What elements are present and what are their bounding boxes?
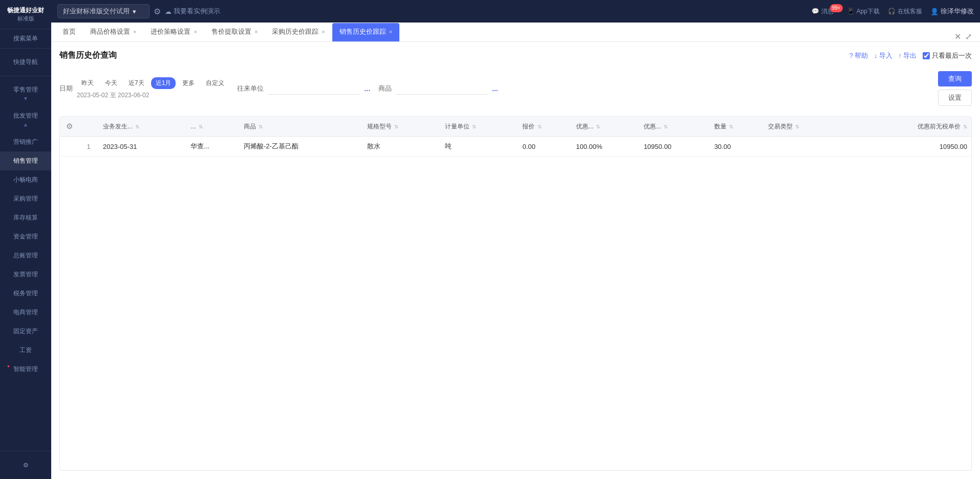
- only-last-checkbox[interactable]: [923, 52, 930, 59]
- col-qty[interactable]: 数量 ⇅: [710, 117, 764, 137]
- date-btn-custom[interactable]: 自定义: [201, 77, 229, 89]
- topbar-service-label: 在线客服: [898, 7, 922, 16]
- sidebar-quick-nav: 快捷导航: [0, 49, 51, 76]
- export-label: 导出: [903, 51, 917, 60]
- sidebar-item-intelligent[interactable]: ● 智能管理: [0, 360, 51, 379]
- topbar-user-menu[interactable]: 👤 徐泽华修改: [930, 7, 974, 16]
- query-btn[interactable]: 查询: [938, 71, 972, 86]
- col-price[interactable]: 报价 ⇅: [518, 117, 572, 137]
- sidebar-item-salary[interactable]: 工资: [0, 341, 51, 360]
- sidebar-settings-icon[interactable]: ⚙: [0, 456, 51, 474]
- col-index: [78, 117, 99, 137]
- sidebar-item-retail[interactable]: 零售管理 ▼: [0, 80, 51, 106]
- row-unit-cell: 吨: [441, 137, 519, 157]
- table-gear-icon[interactable]: ⚙: [66, 122, 73, 130]
- window-close-btn[interactable]: ✕: [954, 32, 961, 41]
- tab-purchase-history[interactable]: 采购历史价跟踪 ×: [265, 23, 332, 41]
- topbar-app-download-btn[interactable]: 📱 App下载: [847, 7, 880, 16]
- tab-sale-history[interactable]: 销售历史价跟踪 ×: [332, 23, 399, 41]
- goods-filter-group: 商品 ...: [378, 82, 498, 95]
- col-goods[interactable]: 商品 ⇅: [240, 117, 363, 137]
- goods-input[interactable]: [396, 82, 488, 95]
- sidebar-item-purchase[interactable]: 采购管理: [0, 189, 51, 208]
- only-last-checkbox-label[interactable]: 只看最后一次: [923, 51, 972, 60]
- import-btn[interactable]: ↓ 导入: [874, 51, 892, 60]
- row-biz-date-cell: 2023-05-31: [99, 137, 186, 157]
- topbar-service-btn[interactable]: 🎧 在线客服: [888, 7, 922, 16]
- setting-btn[interactable]: 设置: [938, 90, 972, 106]
- date-btn-yesterday[interactable]: 昨天: [77, 77, 98, 89]
- sidebar-item-marketing[interactable]: 营销推广: [0, 133, 51, 151]
- sidebar-item-inventory[interactable]: 库存核算: [0, 208, 51, 227]
- header-actions: ? 帮助 ↓ 导入 ↑ 导出 只看最后一次: [849, 51, 972, 60]
- user-avatar-icon: 👤: [930, 8, 939, 15]
- topbar-edition-select[interactable]: 好业财标准版交付试用 ▾: [57, 4, 150, 18]
- tab-purchase-strategy[interactable]: 进价策略设置 ×: [143, 23, 204, 41]
- col-goods-label: 商品: [244, 123, 256, 130]
- col-unit-label: 计量单位: [445, 123, 470, 130]
- col-extra[interactable]: ... ⇅: [186, 117, 240, 137]
- sidebar-item-invoice[interactable]: 发票管理: [0, 265, 51, 284]
- tab-purchase-history-close[interactable]: ×: [322, 29, 325, 35]
- tab-sale-extract[interactable]: 售价提取设置 ×: [204, 23, 265, 41]
- app-logo-text: 畅捷通好业财: [4, 6, 47, 15]
- window-maximize-btn[interactable]: ⤢: [965, 32, 972, 41]
- help-label: 帮助: [855, 51, 868, 60]
- export-btn[interactable]: ↑ 导出: [899, 51, 917, 60]
- customer-filter-group: 往来单位 ...: [237, 82, 370, 95]
- col-spec[interactable]: 规格型号 ⇅: [363, 117, 441, 137]
- customer-input[interactable]: [268, 82, 360, 95]
- tab-price-close[interactable]: ×: [133, 29, 136, 35]
- col-trade-type[interactable]: 交易类型 ⇅: [764, 117, 842, 137]
- topbar-user-label: 徐泽华修改: [941, 7, 974, 16]
- col-biz-date[interactable]: 业务发生... ⇅: [99, 117, 186, 137]
- col-trade-type-label: 交易类型: [768, 123, 793, 130]
- col-pretax-price[interactable]: 优惠前无税单价 ⇅: [858, 117, 971, 137]
- sort-icon-trade-type: ⇅: [795, 124, 799, 129]
- goods-filter-label: 商品: [378, 84, 392, 93]
- sidebar-item-sales[interactable]: 销售管理: [0, 151, 51, 170]
- mobile-icon: 📱: [847, 8, 855, 15]
- tabbar: 首页 商品价格设置 × 进价策略设置 × 售价提取设置 × 采购历史价跟踪 × …: [51, 23, 980, 42]
- topbar-demo-link[interactable]: ☁ 我要看实例演示: [165, 7, 220, 16]
- tab-price[interactable]: 商品价格设置 ×: [83, 23, 143, 41]
- sidebar-item-tax[interactable]: 税务管理: [0, 284, 51, 303]
- col-discount-pct[interactable]: 优惠... ⇅: [572, 117, 640, 137]
- topbar-setting-icon[interactable]: ⚙: [154, 7, 161, 16]
- help-btn[interactable]: ? 帮助: [849, 51, 868, 60]
- date-btn-more[interactable]: 更多: [178, 77, 199, 89]
- sidebar-item-wholesale[interactable]: 批发管理 ▲: [0, 106, 51, 133]
- table-body: 1 2023-05-31 华查... 丙烯酸-2-乙基己酯 散水 吨 0.00 …: [60, 137, 971, 157]
- col-unit[interactable]: 计量单位 ⇅: [441, 117, 519, 137]
- tab-sale-extract-close[interactable]: ×: [254, 29, 258, 35]
- tab-sale-extract-label: 售价提取设置: [211, 27, 251, 36]
- content-header: 销售历史价查询 ? 帮助 ↓ 导入 ↑ 导出 只看最后一次: [59, 50, 972, 61]
- sidebar-item-ecom-xiao[interactable]: 小畅电商: [0, 170, 51, 189]
- col-price-label: 报价: [522, 123, 535, 130]
- tab-sale-history-close[interactable]: ×: [389, 29, 392, 35]
- tab-purchase-strategy-close[interactable]: ×: [194, 29, 197, 35]
- date-btn-last7[interactable]: 近7天: [124, 77, 149, 89]
- sort-icon-pretax-price: ⇅: [963, 124, 967, 129]
- col-discount-amt-label: 优惠...: [644, 123, 661, 130]
- sidebar-item-ecom[interactable]: 电商管理: [0, 303, 51, 322]
- topbar-message-btn[interactable]: 💬 消息 99+: [812, 7, 839, 16]
- sidebar-item-quick-nav[interactable]: 快捷导航: [0, 53, 51, 72]
- export-icon: ↑: [899, 52, 902, 59]
- row-index-cell: 1: [78, 137, 99, 157]
- sidebar-item-assets[interactable]: 固定资产: [0, 322, 51, 341]
- goods-ellipsis-btn[interactable]: ...: [492, 84, 498, 93]
- row-qty-cell: 30.00: [710, 137, 764, 157]
- sort-icon-price: ⇅: [538, 124, 542, 129]
- date-btn-last1m[interactable]: 近1月: [151, 77, 176, 89]
- sidebar-item-finance[interactable]: 资金管理: [0, 227, 51, 246]
- sidebar-search[interactable]: 搜索菜单: [0, 29, 51, 49]
- col-discount-amt[interactable]: 优惠... ⇅: [640, 117, 710, 137]
- date-btn-today[interactable]: 今天: [100, 77, 122, 89]
- topbar-edition-text: 好业财标准版交付试用: [63, 7, 130, 16]
- row-spacer-cell: [841, 137, 857, 157]
- row-extra-cell: 华查...: [186, 137, 240, 157]
- customer-ellipsis-btn[interactable]: ...: [364, 84, 370, 93]
- tab-home[interactable]: 首页: [55, 23, 83, 41]
- sidebar-item-ledger[interactable]: 总账管理: [0, 246, 51, 265]
